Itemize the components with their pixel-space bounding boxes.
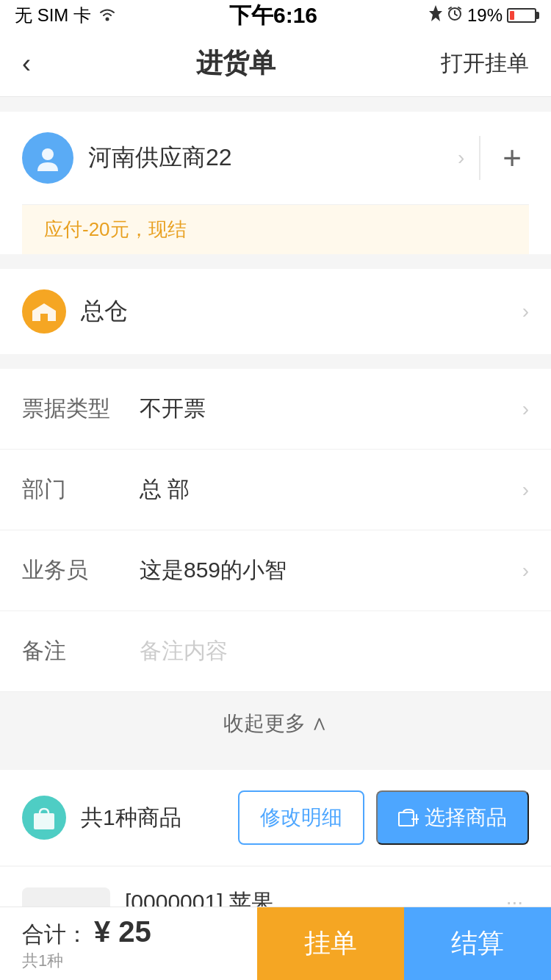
form-section: 票据类型 不开票 › 部门 总 部 › 业务员 这是859的小智 › 备注 备注…	[0, 369, 551, 692]
remark-row[interactable]: 备注 备注内容	[0, 611, 551, 692]
product-count: 共1种商品	[81, 803, 238, 833]
status-time: 下午6:16	[229, 1, 317, 31]
edit-detail-button[interactable]: 修改明细	[238, 790, 364, 845]
dept-label: 部门	[22, 475, 125, 505]
no-sim-text: 无 SIM 卡	[15, 4, 91, 27]
alarm-icon	[447, 5, 463, 26]
status-bar: 无 SIM 卡 下午6:16 19%	[0, 0, 551, 31]
notification-bar: 应付-20元，现结	[22, 205, 529, 254]
invoice-value: 不开票	[125, 394, 522, 424]
svg-point-2	[42, 148, 54, 160]
dept-chevron-icon: ›	[522, 478, 529, 502]
warehouse-chevron-icon: ›	[522, 300, 529, 323]
total-main: 合计： ¥ 25	[22, 915, 235, 950]
supplier-name: 河南供应商22	[88, 142, 458, 174]
sales-label: 业务员	[22, 555, 125, 586]
supplier-row[interactable]: 河南供应商22 › +	[22, 112, 529, 205]
warehouse-section: 总仓 ›	[0, 269, 551, 354]
invoice-chevron-icon: ›	[522, 397, 529, 421]
wifi-icon	[97, 5, 118, 26]
battery-percent: 19%	[467, 5, 503, 26]
svg-rect-4	[34, 813, 54, 829]
status-left: 无 SIM 卡	[15, 4, 118, 27]
select-product-button[interactable]: 选择商品	[376, 790, 529, 845]
collapse-text: 收起更多 ∧	[223, 710, 328, 738]
supplier-section: 河南供应商22 › + 应付-20元，现结	[0, 112, 551, 254]
settle-button[interactable]: 结算	[404, 907, 551, 981]
location-icon	[429, 5, 442, 26]
sales-value: 这是859的小智	[125, 555, 522, 586]
invoice-row[interactable]: 票据类型 不开票 ›	[0, 369, 551, 450]
remark-label: 备注	[22, 636, 125, 666]
back-button[interactable]: ‹	[22, 48, 31, 79]
svg-rect-3	[40, 314, 48, 321]
main-content: 河南供应商22 › + 应付-20元，现结 总仓 › 票据类型 不开票 ›	[0, 112, 551, 980]
warehouse-row[interactable]: 总仓 ›	[22, 269, 529, 354]
nav-bar: ‹ 进货单 打开挂单	[0, 31, 551, 97]
dept-value: 总 部	[125, 475, 522, 505]
total-sub: 共1种	[22, 950, 235, 972]
pend-button[interactable]: 挂单	[257, 907, 404, 981]
supplier-divider	[479, 136, 480, 180]
collapse-button[interactable]: 收起更多 ∧	[0, 692, 551, 755]
svg-point-0	[106, 18, 109, 21]
page-title: 进货单	[196, 46, 276, 82]
bottom-bar: 合计： ¥ 25 共1种 挂单 结算	[0, 907, 551, 980]
invoice-label: 票据类型	[22, 394, 125, 424]
total-label: 合计：	[22, 920, 88, 950]
add-button[interactable]: +	[495, 140, 529, 176]
product-header: 共1种商品 修改明细 选择商品	[0, 770, 551, 865]
open-pending-button[interactable]: 打开挂单	[441, 48, 529, 79]
notification-text: 应付-20元，现结	[44, 218, 187, 240]
battery-icon	[507, 8, 536, 23]
warehouse-icon	[22, 289, 66, 334]
supplier-chevron-icon: ›	[458, 146, 464, 170]
dept-row[interactable]: 部门 总 部 ›	[0, 450, 551, 530]
warehouse-name: 总仓	[81, 295, 522, 328]
supplier-avatar	[22, 132, 73, 184]
sales-row[interactable]: 业务员 这是859的小智 ›	[0, 530, 551, 611]
total-amount: ¥ 25	[94, 915, 151, 948]
sales-chevron-icon: ›	[522, 559, 529, 583]
status-right: 19%	[429, 5, 536, 26]
total-section: 合计： ¥ 25 共1种	[0, 915, 257, 972]
select-product-label: 选择商品	[425, 804, 507, 832]
remark-placeholder: 备注内容	[125, 636, 529, 666]
product-icon	[22, 796, 66, 840]
